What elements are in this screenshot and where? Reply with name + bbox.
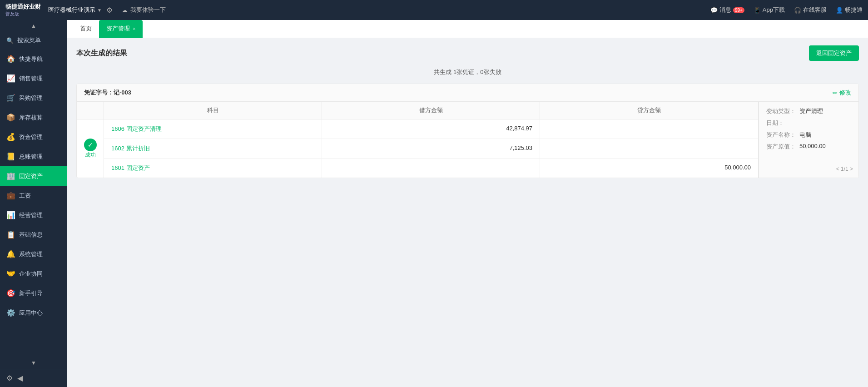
table-row: 1602 累计折旧 7,125.03	[104, 139, 758, 159]
message-btn[interactable]: 💬 消息 99+	[710, 6, 744, 14]
scroll-down-icon[interactable]: ▼	[27, 359, 40, 367]
cloud-icon: ☁	[122, 7, 128, 14]
finance-icon: 💰	[6, 133, 15, 141]
content-area: 首页 资产管理 × 本次生成的结果 返回固定资产 共生成 1张凭证，0张失败 凭…	[67, 20, 868, 387]
date-label: 日期：	[766, 119, 784, 127]
header-credit: 贷方金额	[540, 102, 758, 119]
voucher-table: 科目 借方金额 贷方金额 ✓ 成功	[77, 102, 759, 178]
page-title: 本次生成的结果	[76, 49, 127, 58]
guide-icon: 🎯	[6, 289, 15, 298]
success-label: 成功	[85, 151, 96, 159]
voucher-card: 凭证字号：记-003 ✏ 修改 科目 借方金额 贷方金额	[76, 84, 859, 178]
original-value-label: 资产原值：	[766, 143, 796, 151]
result-header: 本次生成的结果 返回固定资产	[76, 45, 859, 61]
scroll-up-icon[interactable]: ▲	[27, 22, 40, 30]
logo: 畅捷通好业财 普及版	[5, 3, 41, 17]
sidebar-item-ledger[interactable]: 📒 总账管理	[0, 147, 67, 166]
sidebar-item-guide[interactable]: 🎯 新手引导	[0, 283, 67, 303]
tab-asset-management[interactable]: 资产管理 ×	[99, 20, 143, 38]
sidebar-scroll-down[interactable]: ▼	[0, 357, 67, 369]
tab-home[interactable]: 首页	[73, 20, 99, 38]
edit-button[interactable]: ✏ 修改	[833, 89, 851, 97]
sidebar: ▲ 🔍 搜索菜单 🏠 快捷导航 📈 销售管理 🛒 采购管理 📦 库存核算	[0, 20, 67, 387]
table-row: 1606 固定资产清理 42,874.97	[104, 119, 758, 139]
table-data-rows: ✓ 成功 1606 固定资产清理 42,874.97	[77, 119, 758, 178]
success-icon: ✓	[84, 139, 97, 151]
message-badge: 99+	[733, 7, 744, 13]
cell-debit-2: 7,125.03	[322, 139, 540, 158]
tab-close-icon[interactable]: ×	[133, 26, 135, 31]
headset-icon: 🎧	[794, 7, 801, 14]
data-rows: 1606 固定资产清理 42,874.97 1602 累计折旧 7,125.03	[104, 119, 758, 178]
asset-name-row: 资产名称： 电脑	[766, 131, 851, 139]
main-layout: ▲ 🔍 搜索菜单 🏠 快捷导航 📈 销售管理 🛒 采购管理 📦 库存核算	[0, 20, 868, 387]
change-type-label: 变动类型：	[766, 107, 796, 115]
cell-subject-3[interactable]: 1601 固定资产	[104, 159, 322, 178]
tab-bar: 首页 资产管理 ×	[67, 20, 868, 38]
ledger-icon: 📒	[6, 152, 15, 161]
sidebar-item-basic-info[interactable]: 📋 基础信息	[0, 225, 67, 244]
sidebar-item-purchase[interactable]: 🛒 采购管理	[0, 88, 67, 108]
sidebar-item-cooperation[interactable]: 🤝 企业协同	[0, 264, 67, 283]
cell-credit-2	[540, 139, 758, 158]
header-subject: 科目	[104, 102, 322, 119]
sidebar-item-fixed-assets[interactable]: 🏢 固定资产	[0, 166, 67, 186]
company-selector[interactable]: 医疗器械行业演示 ▼	[48, 6, 102, 14]
try-experience[interactable]: ☁ 我要体验一下	[113, 6, 710, 14]
header-debit: 借方金额	[322, 102, 540, 119]
sidebar-item-system[interactable]: 🔔 系统管理	[0, 244, 67, 264]
user-menu[interactable]: 👤 畅捷通	[836, 6, 863, 14]
table-header: 科目 借方金额 贷方金额	[77, 102, 758, 119]
cell-credit-3: 50,000.00	[540, 159, 758, 178]
sidebar-item-app-center[interactable]: ⚙️ 应用中心	[0, 303, 67, 322]
table-row: 1601 固定资产 50,000.00	[104, 159, 758, 178]
asset-name-label: 资产名称：	[766, 131, 796, 139]
sidebar-scroll-up[interactable]: ▲	[0, 20, 67, 32]
sidebar-item-inventory[interactable]: 📦 库存核算	[0, 108, 67, 127]
asset-name-value: 电脑	[799, 131, 811, 139]
system-icon: 🔔	[6, 250, 15, 258]
sidebar-item-quick-nav[interactable]: 🏠 快捷导航	[0, 49, 67, 69]
voucher-right-panel: 变动类型： 资产清理 日期： 资产名称： 电脑 资产原值：	[759, 102, 858, 178]
gear-icon[interactable]: ⚙	[106, 6, 113, 15]
customer-service-btn[interactable]: 🎧 在线客服	[794, 6, 827, 14]
change-type-row: 变动类型： 资产清理	[766, 107, 851, 115]
cell-debit-1: 42,874.97	[322, 119, 540, 139]
original-value-row: 资产原值： 50,000.00	[766, 143, 851, 151]
voucher-body: 科目 借方金额 贷方金额 ✓ 成功	[77, 102, 858, 178]
topbar: 畅捷通好业财 普及版 医疗器械行业演示 ▼ ⚙ ☁ 我要体验一下 💬 消息 99…	[0, 0, 868, 20]
purchase-icon: 🛒	[6, 94, 15, 102]
sidebar-bottom: ⚙ ◀	[0, 369, 67, 387]
inventory-icon: 📦	[6, 113, 15, 122]
return-button[interactable]: 返回固定资产	[809, 45, 859, 61]
sales-icon: 📈	[6, 74, 15, 83]
sidebar-item-sales[interactable]: 📈 销售管理	[0, 69, 67, 88]
app-download-btn[interactable]: 📱 App下载	[754, 6, 785, 14]
fixed-assets-icon: 🏢	[6, 172, 15, 180]
operations-icon: 📊	[6, 211, 15, 219]
sidebar-item-finance[interactable]: 💰 资金管理	[0, 127, 67, 147]
message-icon: 💬	[710, 7, 718, 14]
summary-text: 共生成 1张凭证，0张失败	[76, 68, 859, 76]
cell-subject-1[interactable]: 1606 固定资产清理	[104, 119, 322, 139]
basic-info-icon: 📋	[6, 230, 15, 239]
pagination[interactable]: < 1/1 >	[836, 166, 853, 172]
cell-debit-3	[322, 159, 540, 178]
change-type-value: 资产清理	[799, 107, 823, 115]
sidebar-item-search[interactable]: 🔍 搜索菜单	[0, 32, 67, 49]
cooperation-icon: 🤝	[6, 269, 15, 278]
page-content: 本次生成的结果 返回固定资产 共生成 1张凭证，0张失败 凭证字号：记-003 …	[67, 38, 868, 387]
search-icon: 🔍	[6, 37, 14, 44]
settings-icon[interactable]: ⚙	[6, 374, 13, 382]
sidebar-menu: 🔍 搜索菜单 🏠 快捷导航 📈 销售管理 🛒 采购管理 📦 库存核算 💰	[0, 32, 67, 357]
voucher-number: 凭证字号：记-003	[84, 89, 131, 97]
edit-icon: ✏	[833, 89, 838, 96]
collapse-icon[interactable]: ◀	[17, 374, 23, 382]
cell-subject-2[interactable]: 1602 累计折旧	[104, 139, 322, 158]
sidebar-item-operations[interactable]: 📊 经营管理	[0, 205, 67, 225]
original-value-value: 50,000.00	[799, 143, 826, 149]
sidebar-item-payroll[interactable]: 💼 工资	[0, 186, 67, 205]
app-center-icon: ⚙️	[6, 308, 15, 317]
status-col: ✓ 成功	[77, 119, 104, 178]
voucher-header: 凭证字号：记-003 ✏ 修改	[77, 84, 858, 102]
